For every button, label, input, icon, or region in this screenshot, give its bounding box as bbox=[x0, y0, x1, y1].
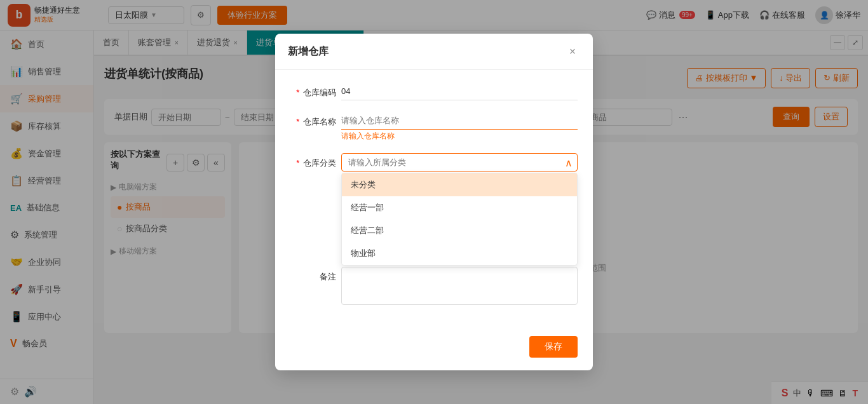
warehouse-category-row: * 仓库分类 ∧ 未分类 经营一部 经营二部 物业部 bbox=[290, 153, 578, 172]
dropdown-item-uncategorized[interactable]: 未分类 bbox=[342, 173, 577, 196]
warehouse-name-input[interactable] bbox=[341, 112, 578, 130]
warehouse-remark-input-wrap bbox=[341, 267, 578, 307]
modal-header: 新增仓库 × bbox=[275, 34, 593, 70]
warehouse-remark-row: 备注 bbox=[290, 267, 578, 307]
warehouse-category-input[interactable] bbox=[341, 153, 578, 172]
required-star-cat: * bbox=[296, 158, 299, 168]
warehouse-name-input-wrap: 请输入仓库名称 bbox=[341, 112, 578, 142]
required-star-name: * bbox=[296, 117, 299, 126]
warehouse-name-row: * 仓库名称 请输入仓库名称 bbox=[290, 112, 578, 142]
warehouse-category-select-wrap: ∧ 未分类 经营一部 经营二部 物业部 bbox=[341, 153, 578, 172]
dropdown-item-dept1[interactable]: 经营一部 bbox=[342, 196, 577, 219]
warehouse-remark-label: 备注 bbox=[290, 267, 341, 283]
warehouse-code-input-wrap bbox=[341, 83, 578, 100]
warehouse-name-error: 请输入仓库名称 bbox=[341, 131, 578, 142]
warehouse-code-label: * 仓库编码 bbox=[290, 83, 341, 98]
modal-footer: 保存 bbox=[275, 328, 593, 370]
dropdown-item-dept3[interactable]: 物业部 bbox=[342, 242, 577, 265]
modal-title: 新增仓库 bbox=[288, 45, 329, 58]
warehouse-code-row: * 仓库编码 bbox=[290, 83, 578, 100]
warehouse-category-label: * 仓库分类 bbox=[290, 153, 341, 169]
warehouse-remark-textarea[interactable] bbox=[341, 267, 578, 305]
modal-close-button[interactable]: × bbox=[565, 44, 580, 59]
modal-save-button[interactable]: 保存 bbox=[529, 336, 578, 358]
new-warehouse-modal: 新增仓库 × * 仓库编码 * 仓库名称 bbox=[275, 34, 593, 370]
modal-body: * 仓库编码 * 仓库名称 请输入仓库名称 bbox=[275, 70, 593, 328]
required-star: * bbox=[296, 88, 299, 97]
warehouse-code-input[interactable] bbox=[341, 83, 578, 100]
category-dropdown: 未分类 经营一部 经营二部 物业部 bbox=[341, 173, 578, 266]
warehouse-name-label: * 仓库名称 bbox=[290, 112, 341, 128]
modal-backdrop: 新增仓库 × * 仓库编码 * 仓库名称 bbox=[0, 0, 868, 404]
dropdown-item-dept2[interactable]: 经营二部 bbox=[342, 219, 577, 242]
